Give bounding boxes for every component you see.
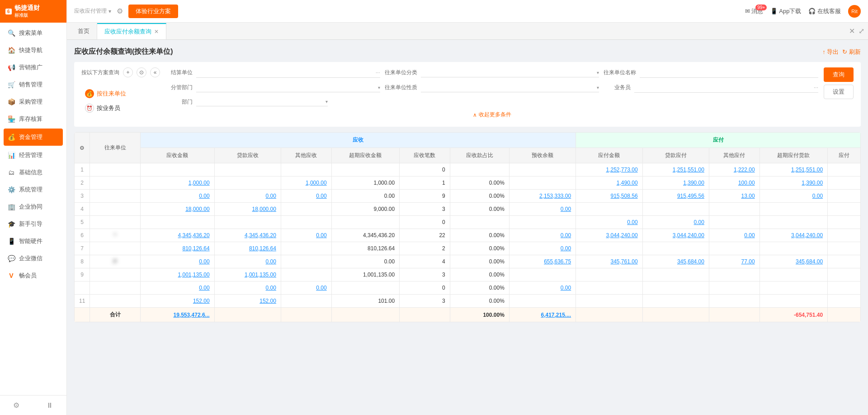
ar-other-cell[interactable]: 1,000.00 [281,176,331,190]
breadcrumb-dropdown-icon[interactable]: ▾ [108,8,111,14]
sidebar-item-enterprise[interactable]: 🏢 企业协同 [0,198,66,215]
ap-other-cell[interactable]: 100.00 [709,176,760,190]
ap-amount-cell[interactable] [576,281,642,295]
ar-other-cell[interactable]: 0.00 [281,190,331,203]
ap-amount-cell[interactable]: 0.00 [576,216,642,229]
sidebar-item-operation[interactable]: 📊 经营管理 [0,147,66,164]
ap-amount-cell[interactable]: 345,761.00 [576,255,642,268]
field-select-nature[interactable]: ▾ [421,83,599,92]
ar-loan-cell[interactable]: 0.00 [214,255,281,268]
ar-amount-cell[interactable]: 152.00 [141,295,215,308]
add-scheme-btn[interactable]: + [123,67,133,77]
user-avatar[interactable]: Rit [848,5,861,18]
sidebar-item-marketing[interactable]: 📢 营销推广 [0,59,66,76]
sidebar-item-guide[interactable]: 🎓 新手引导 [0,215,66,233]
ap-loan-cell[interactable] [642,242,709,255]
field-input-salesperson[interactable]: ··· [634,82,818,93]
ar-loan-cell[interactable]: 1,001,135.00 [214,268,281,281]
ap-loan-cell[interactable] [642,268,709,281]
ar-amount-cell[interactable]: 0.00 [141,190,215,203]
ar-amount-cell[interactable]: 0.00 [141,255,215,268]
ar-other-cell[interactable] [281,295,331,308]
ap-amount-cell[interactable]: 3,044,240.00 [576,229,642,242]
ar-loan-cell[interactable]: 18,000.00 [214,203,281,216]
sidebar-item-sales[interactable]: 🛒 销售管理 [0,76,66,93]
ar-prepay-cell[interactable] [509,163,576,176]
ar-prepay-cell[interactable] [509,176,576,190]
ar-loan-cell[interactable]: 810,126.64 [214,242,281,255]
setting-button[interactable]: 设置 [824,85,854,99]
ap-other-cell[interactable]: 0.00 [709,229,760,242]
query-mode-by-unit[interactable]: 💰 按往来单位 [81,87,160,100]
online-service-btn[interactable]: 🎧 在线客服 [808,7,841,15]
ar-loan-cell[interactable]: 4,345,436.20 [214,229,281,242]
ap-other-cell[interactable]: 77.00 [709,255,760,268]
ar-amount-cell[interactable] [141,163,215,176]
export-button[interactable]: ↑ 导出 [822,48,839,56]
ar-other-cell[interactable] [281,216,331,229]
ap-loan-cell[interactable]: 345,684.00 [642,255,709,268]
ap-amount-cell[interactable] [576,242,642,255]
ar-prepay-cell[interactable]: 0.00 [509,203,576,216]
settings-col-header[interactable]: ⚙ [75,133,90,163]
ar-prepay-cell[interactable]: 0.00 [509,229,576,242]
ap-loan-cell[interactable]: 3,044,240.00 [642,229,709,242]
ap-overdue-cell[interactable]: 3,044,240.00 [760,229,827,242]
ar-other-cell[interactable]: 0.00 [281,281,331,295]
app-download-btn[interactable]: 📱 App下载 [770,7,801,15]
ar-loan-cell[interactable] [214,176,281,190]
ar-loan-cell[interactable]: 0.00 [214,190,281,203]
ar-prepay-cell[interactable]: 655,636.75 [509,255,576,268]
ap-other-cell[interactable] [709,281,760,295]
sidebar-settings-btn[interactable]: ⚙ [13,401,19,410]
ap-overdue-cell[interactable]: 0.00 [760,190,827,203]
ar-other-cell[interactable] [281,163,331,176]
solution-button[interactable]: 体验行业方案 [128,5,178,18]
ap-other-cell[interactable] [709,242,760,255]
ap-amount-cell[interactable]: 1,252,773.00 [576,163,642,176]
field-select-department[interactable]: ▾ [196,97,328,106]
ap-loan-cell[interactable] [642,203,709,216]
ar-prepay-cell[interactable] [509,216,576,229]
ap-loan-cell[interactable]: 1,390.00 [642,176,709,190]
query-mode-by-staff[interactable]: ⏰ 按业务员 [81,102,160,114]
ap-other-cell[interactable] [709,295,760,308]
collapse-bar[interactable]: ∧ 收起更多条件 [165,108,818,121]
sidebar-item-vip[interactable]: V 畅会员 [0,267,66,284]
field-input-unit-name[interactable] [640,67,818,78]
ap-amount-cell[interactable] [576,268,642,281]
ap-loan-cell[interactable] [642,281,709,295]
ar-other-cell[interactable] [281,203,331,216]
ar-prepay-cell[interactable]: 0.00 [509,242,576,255]
sidebar-item-search-menu[interactable]: 🔍 搜索菜单 [0,24,66,42]
ar-loan-cell[interactable]: 0.00 [214,281,281,295]
sidebar-item-basic[interactable]: 🗂 基础信息 [0,164,66,181]
ap-other-cell[interactable] [709,268,760,281]
tab-maximize-icon[interactable]: ⤢ [859,27,864,35]
sidebar-collapse-btn[interactable]: ⏸ [46,401,53,410]
field-input-settlement[interactable]: ··· [196,67,380,78]
ar-amount-cell[interactable]: 1,000.00 [141,176,215,190]
tab-close-icon[interactable]: ✕ [154,29,159,35]
footer-ar-prepay[interactable]: 6,417,215.... [509,308,576,322]
ap-loan-cell[interactable] [642,295,709,308]
ap-overdue-cell[interactable] [760,203,827,216]
ar-prepay-cell[interactable]: 2,153,333.00 [509,190,576,203]
sidebar-item-capital[interactable]: 💰 资金管理 [4,129,63,146]
ar-loan-cell[interactable] [214,216,281,229]
ap-overdue-cell[interactable] [760,216,827,229]
sidebar-item-wechat[interactable]: 💬 企业微信 [0,250,66,267]
scheme-collapse-btn[interactable]: « [150,67,160,77]
ap-amount-cell[interactable] [576,203,642,216]
ap-loan-cell[interactable]: 915,495.56 [642,190,709,203]
ap-other-cell[interactable] [709,203,760,216]
ar-other-cell[interactable] [281,242,331,255]
ap-overdue-cell[interactable] [760,295,827,308]
ar-prepay-cell[interactable] [509,295,576,308]
sidebar-item-system[interactable]: ⚙️ 系统管理 [0,181,66,198]
query-button[interactable]: 查询 [824,67,854,82]
ar-other-cell[interactable] [281,268,331,281]
tab-home[interactable]: 首页 [71,23,97,39]
ap-overdue-cell[interactable] [760,268,827,281]
field-select-category[interactable]: ▾ [421,68,599,77]
